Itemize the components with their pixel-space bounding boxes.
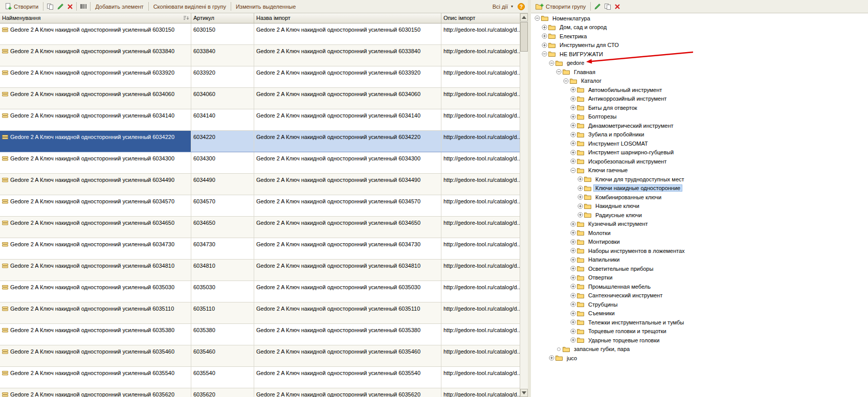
cell-name[interactable]: Gedore 2 A Ключ накидной односторонний у… [0,324,191,345]
tree-item[interactable]: Ударные торцевые головки [531,336,868,345]
table-row[interactable]: Gedore 2 A Ключ накидной односторонний у… [0,367,520,388]
tree-copy-button[interactable] [603,2,613,11]
cell-import-desc[interactable]: http://gedore-tool.ru/catalog/d... [441,152,520,173]
cell-import-name[interactable]: Gedore 2 A Ключ накидной односторонний у… [254,238,441,259]
table-row[interactable]: Gedore 2 A Ключ накидной односторонний у… [0,66,520,88]
tree-item[interactable]: Съемники [531,309,868,318]
cell-import-desc[interactable]: http://gedore-tool.ru/catalog/d... [441,24,520,44]
collapse-icon[interactable] [570,168,576,173]
cell-import-name[interactable]: Gedore 2 A Ключ накидной односторонний у… [254,281,441,302]
cell-sku[interactable]: 6035540 [191,367,254,388]
cell-import-name[interactable]: Gedore 2 A Ключ накидной односторонний у… [254,152,441,173]
edit-selected-button[interactable]: Изменить выделенные [233,2,299,11]
tree-item[interactable]: Ключи накидные односторонние [531,184,868,193]
cell-import-name[interactable]: Gedore 2 A Ключ накидной односторонний у… [254,260,441,281]
expand-icon[interactable] [570,337,576,343]
expand-icon[interactable] [570,275,576,281]
cell-name[interactable]: Gedore 2 A Ключ накидной односторонний у… [0,195,191,216]
cell-import-desc[interactable]: http://gedore-tool.ru/catalog/d... [441,302,520,323]
sort-indicator-icon[interactable] [183,15,189,21]
create-button[interactable]: Створити [2,2,41,12]
cell-sku[interactable]: 6035620 [191,388,254,397]
expand-icon[interactable] [570,158,576,164]
cell-name[interactable]: Gedore 2 A Ключ накидной односторонний у… [0,345,191,366]
table-row[interactable]: Gedore 2 A Ключ накидной односторонний у… [0,324,520,345]
cell-import-desc[interactable]: http://gedore-tool.ru/catalog/d... [441,281,520,302]
cell-import-name[interactable]: Gedore 2 A Ключ накидной односторонний у… [254,109,441,130]
cell-name[interactable]: Gedore 2 A Ключ накидной односторонний у… [0,260,191,281]
column-header-import-name[interactable]: Назва імпорт [254,13,441,23]
expand-icon[interactable] [577,185,583,191]
cell-sku[interactable]: 6035110 [191,302,254,323]
tree-item[interactable]: Отвертки [531,273,868,283]
cell-import-name[interactable]: Gedore 2 A Ключ накидной односторонний у… [254,174,441,195]
cell-name[interactable]: Gedore 2 A Ключ накидной односторонний у… [0,152,191,173]
table-row[interactable]: Gedore 2 A Ключ накидной односторонний у… [0,195,520,217]
tree-delete-button[interactable] [613,3,622,11]
tree-item[interactable]: Кузнечный инструмент [531,220,868,229]
tree-item[interactable]: Антикоррозийный инструмент [531,95,868,104]
tree-item[interactable]: Промышленная мебель [531,282,868,291]
cell-name[interactable]: Gedore 2 A Ключ накидной односторонний у… [0,109,191,130]
expand-icon[interactable] [570,141,576,146]
column-header-sku[interactable]: Артикул [191,13,254,23]
cell-import-desc[interactable]: http://gedore-tool.ru/catalog/d... [441,195,520,216]
expand-icon[interactable] [570,221,576,227]
table-row[interactable]: Gedore 2 A Ключ накидной односторонний у… [0,45,520,66]
column-header-name[interactable]: Найменування [0,13,191,23]
barcode-button[interactable] [78,2,88,11]
cell-name[interactable]: Gedore 2 A Ключ накидной односторонний у… [0,174,191,195]
table-row[interactable]: Gedore 2 A Ключ накидной односторонний у… [0,174,520,195]
cell-name[interactable]: Gedore 2 A Ключ накидной односторонний у… [0,238,191,259]
expand-icon[interactable] [570,329,576,334]
cell-import-desc[interactable]: http://gedore-tool.ru/catalog/d... [441,388,520,397]
tree-item[interactable]: запасные губки, пара [531,345,868,354]
cell-name[interactable]: Gedore 2 A Ключ накидной односторонний у… [0,88,191,109]
all-actions-button[interactable]: Всі дії ▾ [489,2,516,11]
cell-import-desc[interactable]: http://gedore-tool.ru/catalog/d... [441,260,520,281]
cell-sku[interactable]: 6034810 [191,260,254,281]
tree-item[interactable]: Радиусные ключи [531,211,868,220]
create-copy-button[interactable] [45,2,55,11]
cell-name[interactable]: Gedore 2 A Ключ накидной односторонний у… [0,24,191,44]
cell-import-desc[interactable]: http://gedore-tool.ru/catalog/d... [441,324,520,345]
cell-import-desc[interactable]: http://gedore-tool.ru/catalog/d... [441,131,520,152]
cell-import-name[interactable]: Gedore 2 A Ключ накидной односторонний у… [254,345,441,366]
collapse-icon[interactable] [534,15,540,21]
cell-import-name[interactable]: Gedore 2 A Ключ накидной односторонний у… [254,88,441,109]
table-row[interactable]: Gedore 2 A Ключ накидной односторонний у… [0,388,520,397]
table-row[interactable]: Gedore 2 A Ключ накидной односторонний у… [0,217,520,238]
tree-item[interactable]: Струбцины [531,300,868,309]
tree-item[interactable]: Сантехнический инструмент [531,291,868,300]
cell-import-name[interactable]: Gedore 2 A Ключ накидной односторонний у… [254,131,441,152]
expand-icon[interactable] [570,123,576,128]
cell-name[interactable]: Gedore 2 A Ключ накидной односторонний у… [0,45,191,66]
expand-icon[interactable] [570,301,576,307]
cell-import-name[interactable]: Gedore 2 A Ключ накидной односторонний у… [254,367,441,388]
tree-item[interactable]: Напильники [531,255,868,265]
tree-item[interactable]: Комбинированные ключи [531,193,868,202]
copy-selected-to-group-button[interactable]: Скопіювати виділені в групу [150,2,229,11]
tree-item[interactable]: Електрика [531,32,868,41]
cell-name[interactable]: Gedore 2 A Ключ накидной односторонний у… [0,388,191,397]
expand-icon[interactable] [541,25,547,30]
cell-sku[interactable]: 6034650 [191,217,254,238]
expand-icon[interactable] [570,96,576,102]
cell-sku[interactable]: 6034490 [191,174,254,195]
table-vertical-scrollbar[interactable] [520,13,528,397]
expand-icon[interactable] [570,114,576,120]
tree-item[interactable]: Каталог [531,77,868,86]
tree-item[interactable]: Искробезопасный инструмент [531,157,868,166]
collapse-icon[interactable] [548,60,554,66]
tree-item[interactable]: Динамометрический инструмент [531,121,868,130]
expand-icon[interactable] [570,319,576,325]
table-row[interactable]: Gedore 2 A Ключ накидной односторонний у… [0,131,520,152]
table-row[interactable]: Gedore 2 A Ключ накидной односторонний у… [0,109,520,131]
cell-import-desc[interactable]: http://gedore-tool.ru/catalog/d... [441,45,520,66]
cell-sku[interactable]: 6034140 [191,109,254,130]
tree-item[interactable]: Тележки инструментальные и тумбы [531,318,868,327]
tree-item[interactable]: juco [531,354,868,363]
tree-item[interactable]: Торцевые головки и трещотки [531,327,868,336]
tree-item[interactable]: gedore [531,59,868,68]
expand-icon[interactable] [577,194,583,200]
